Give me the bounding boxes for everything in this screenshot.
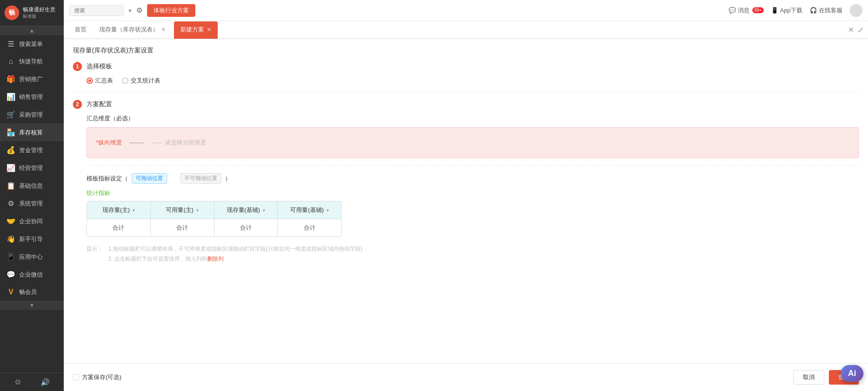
expand-icon[interactable]: ⤢ bbox=[858, 26, 863, 34]
stats-col-3-label: 可用量(基辅) bbox=[290, 206, 324, 214]
message-item[interactable]: 💬 消息 99+ bbox=[729, 6, 764, 15]
sidebar-item-label: 企业协同 bbox=[19, 217, 43, 226]
stats-col-2-dropdown[interactable]: ▾ bbox=[263, 208, 265, 213]
sidebar-item-finance[interactable]: 💰 资金管理 bbox=[0, 141, 64, 159]
cancel-button[interactable]: 取消 bbox=[793, 370, 824, 385]
sidebar-bottom: ⚙ 🔊 bbox=[0, 373, 64, 391]
sidebar-scroll-down[interactable]: ▼ bbox=[0, 301, 64, 310]
settings-icon[interactable]: ⚙ bbox=[15, 378, 21, 386]
sidebar: 畅 畅康通好生意 标准版 ▲ ☰ 搜索菜单 ⌂ 快捷导航 🎁 营销推广 📊 销售… bbox=[0, 0, 64, 391]
sidebar-item-enterprise[interactable]: 🤝 企业协同 bbox=[0, 212, 64, 230]
indicator-close-paren2: ） bbox=[225, 175, 231, 183]
radio-summary-label: 汇总表 bbox=[95, 77, 113, 85]
stats-col-0-label: 现存量(主) bbox=[102, 206, 130, 214]
mobile-icon: 📱 bbox=[771, 7, 778, 14]
sidebar-item-inventory[interactable]: 🏪 库存核算 bbox=[0, 123, 64, 141]
step1-section: 1 选择模板 汇总表 交叉统计表 bbox=[73, 62, 859, 85]
tabs-bar: 首页 现存量（库存状况表） ✕ 新建方案 ✕ ✕ ⤢ bbox=[64, 21, 868, 39]
stats-col-1-dropdown[interactable]: ▾ bbox=[196, 208, 199, 213]
sidebar-item-system[interactable]: ⚙ 系统管理 bbox=[0, 195, 64, 212]
stats-col-2[interactable]: 现存量(基辅) ▾ bbox=[214, 201, 278, 219]
sidebar-item-label: 营销推广 bbox=[19, 75, 43, 83]
stats-col-1-label: 可用量(主) bbox=[166, 206, 194, 214]
sidebar-item-member[interactable]: V 畅会员 bbox=[0, 283, 64, 301]
sidebar-item-label: 经营管理 bbox=[19, 164, 43, 172]
app-logo-icon: 畅 bbox=[5, 5, 19, 20]
stats-table: 现存量(主) ▾ 可用量(主) ▾ 现存量(基辅) ▾ bbox=[87, 201, 342, 237]
sidebar-item-wechat[interactable]: 💬 企业微信 bbox=[0, 266, 64, 283]
sidebar-scroll-up[interactable]: ▲ bbox=[0, 26, 64, 35]
sidebar-item-label: 企业微信 bbox=[19, 271, 43, 279]
sidebar-item-marketing[interactable]: 🎁 营销推广 bbox=[0, 70, 64, 88]
sidebar-item-search-menu[interactable]: ☰ 搜索菜单 bbox=[0, 35, 64, 53]
step2-content: 汇总维度（必选） *纵向维度 —— —— 请选择分组维度 模板指标设定（ 可拖动… bbox=[73, 114, 859, 264]
save-option[interactable]: 方案保存(可选) bbox=[73, 373, 122, 381]
trial-btn[interactable]: 体验行业方案 bbox=[147, 4, 195, 17]
sidebar-item-label: 应用中心 bbox=[19, 253, 43, 261]
app-download-item[interactable]: 📱 App下载 bbox=[771, 6, 802, 15]
sidebar-item-label: 资金管理 bbox=[19, 146, 43, 154]
topbar-right: 💬 消息 99+ 📱 App下载 🎧 在线客服 bbox=[729, 4, 863, 17]
stats-col-0[interactable]: 现存量(主) ▾ bbox=[87, 201, 151, 219]
search-input[interactable] bbox=[69, 5, 124, 16]
vertical-dim-label: *纵向维度 bbox=[96, 139, 122, 147]
template-radio-group: 汇总表 交叉统计表 bbox=[87, 77, 859, 85]
gear-icon[interactable]: ⚙ bbox=[136, 6, 143, 15]
radio-cross-circle bbox=[122, 77, 128, 84]
sidebar-item-operation[interactable]: 📈 经营管理 bbox=[0, 159, 64, 177]
quick-nav-icon: ⌂ bbox=[6, 57, 15, 66]
message-label: 消息 bbox=[738, 6, 750, 15]
sidebar-item-label: 系统管理 bbox=[19, 200, 43, 208]
radio-cross[interactable]: 交叉统计表 bbox=[122, 77, 160, 85]
tip-1: 提示： 1.拖动标题栏可以调整布局，不可跨维度或指标区域拖动栏目字段(只能在同一… bbox=[87, 244, 859, 254]
dimension-dash: —— bbox=[129, 139, 144, 147]
search-dropdown-icon[interactable]: ▾ bbox=[128, 7, 132, 14]
non-draggable-tag: 不可拖动位置 bbox=[180, 173, 221, 184]
stats-col-3-dropdown[interactable]: ▾ bbox=[327, 208, 329, 213]
stats-col-3[interactable]: 可用量(基辅) ▾ bbox=[278, 201, 341, 219]
page-title: 现存量(库存状况表)方案设置 bbox=[73, 46, 859, 55]
summary-dim-label: 汇总维度（必选） bbox=[87, 114, 859, 123]
sidebar-item-quick-nav[interactable]: ⌂ 快捷导航 bbox=[0, 53, 64, 70]
step2-badge: 2 bbox=[73, 100, 82, 109]
stats-col-0-dropdown[interactable]: ▾ bbox=[133, 208, 135, 213]
message-icon: 💬 bbox=[729, 7, 736, 14]
close-panel-icon[interactable]: ✕ bbox=[848, 26, 854, 34]
stats-col-1[interactable]: 可用量(主) ▾ bbox=[151, 201, 214, 219]
app-download-label: App下载 bbox=[780, 6, 802, 15]
tab-inventory-close-icon[interactable]: ✕ bbox=[161, 26, 166, 33]
online-service-label: 在线客服 bbox=[819, 6, 842, 15]
newbie-icon: 👋 bbox=[6, 235, 15, 243]
sidebar-item-newbie[interactable]: 👋 新手引导 bbox=[0, 230, 64, 248]
indicator-setting-text: 模板指标设定（ bbox=[87, 175, 128, 183]
content-divider bbox=[87, 165, 859, 166]
tab-home[interactable]: 首页 bbox=[68, 21, 93, 39]
ai-badge[interactable]: Ai bbox=[841, 365, 863, 382]
user-avatar[interactable] bbox=[850, 4, 863, 17]
online-service-item[interactable]: 🎧 在线客服 bbox=[810, 6, 842, 15]
stats-data-0: 合计 bbox=[87, 219, 151, 237]
tip-2: 2. 点击标题栏下拉可设置排序、插入列和删除列 bbox=[87, 254, 859, 264]
stats-title: 统计指标 bbox=[87, 189, 859, 197]
sidebar-item-basic-info[interactable]: 📋 基础信息 bbox=[0, 177, 64, 195]
dimension-area[interactable]: *纵向维度 —— —— 请选择分组维度 bbox=[87, 127, 859, 158]
sidebar-item-label: 库存核算 bbox=[19, 129, 43, 137]
tab-new-scheme[interactable]: 新建方案 ✕ bbox=[174, 21, 218, 39]
step-divider bbox=[73, 92, 859, 93]
radio-summary[interactable]: 汇总表 bbox=[87, 77, 113, 85]
save-checkbox[interactable] bbox=[73, 374, 79, 381]
sidebar-item-label: 采购管理 bbox=[19, 111, 43, 119]
sidebar-item-purchase[interactable]: 🛒 采购管理 bbox=[0, 106, 64, 123]
volume-icon[interactable]: 🔊 bbox=[41, 378, 50, 386]
sidebar-item-app-center[interactable]: 📱 应用中心 bbox=[0, 248, 64, 266]
step1-title: 选择模板 bbox=[87, 62, 112, 71]
marketing-icon: 🎁 bbox=[6, 75, 15, 83]
tab-new-scheme-close-icon[interactable]: ✕ bbox=[207, 26, 211, 33]
sidebar-item-sales[interactable]: 📊 销售管理 bbox=[0, 88, 64, 106]
sidebar-logo: 畅 畅康通好生意 标准版 bbox=[0, 0, 64, 26]
sidebar-item-label: 搜索菜单 bbox=[19, 40, 43, 48]
save-label: 方案保存(可选) bbox=[82, 373, 122, 381]
operation-icon: 📈 bbox=[6, 164, 15, 172]
inventory-icon: 🏪 bbox=[6, 128, 15, 137]
tab-inventory-status[interactable]: 现存量（库存状况表） ✕ bbox=[93, 21, 172, 39]
